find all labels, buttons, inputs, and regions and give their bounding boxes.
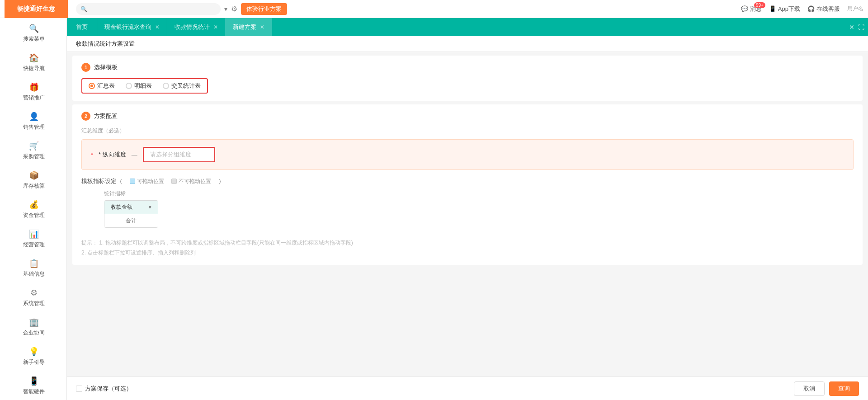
tab-home[interactable]: 首页 bbox=[67, 18, 97, 36]
download-icon: 📱 bbox=[769, 5, 776, 12]
indicators-section: 模板指标设定（ 可拖动位置 不可拖动位置 ） 统计指标 bbox=[81, 177, 854, 229]
tab-new-plan[interactable]: 新建方案 ✕ bbox=[226, 18, 272, 36]
system-icon: ⚙ bbox=[30, 288, 38, 298]
sidebar-item-inventory[interactable]: 📦 库存核算 bbox=[0, 165, 66, 194]
radio-cross[interactable]: 交叉统计表 bbox=[163, 82, 201, 90]
tab-bar: 首页 现金银行流水查询 ✕ 收款情况统计 ✕ 新建方案 ✕ ✕ ⛶ bbox=[67, 18, 868, 36]
step2-circle: 2 bbox=[81, 112, 90, 121]
statistics-label: 统计指标 bbox=[104, 190, 854, 198]
top-bar-right: 💬 消息 99+ 📱 App下载 🎧 在线客服 用户名 bbox=[741, 5, 863, 13]
vertical-dim-label: * 纵向维度 bbox=[99, 151, 126, 159]
sales-icon: 👤 bbox=[29, 112, 39, 122]
tab-receipts-close[interactable]: ✕ bbox=[213, 24, 218, 30]
enterprise-icon: 🏢 bbox=[29, 317, 39, 327]
sidebar-label: 经营管理 bbox=[23, 241, 45, 249]
template-radio-group: 汇总表 明细表 交叉统计表 bbox=[81, 78, 208, 94]
sidebar-label: 资金管理 bbox=[23, 212, 45, 219]
sidebar-item-system[interactable]: ⚙ 系统管理 bbox=[0, 282, 66, 312]
sidebar-label: 库存核算 bbox=[23, 182, 45, 190]
sidebar-item-search-menu[interactable]: 🔍 搜索菜单 bbox=[0, 18, 66, 47]
tab-bar-actions: ✕ ⛶ bbox=[849, 24, 868, 31]
save-label: 方案保存（可选） bbox=[85, 385, 132, 393]
radio-detail[interactable]: 明细表 bbox=[126, 82, 152, 90]
tab-receipts[interactable]: 收款情况统计 ✕ bbox=[167, 18, 226, 36]
tab-cashflow-close[interactable]: ✕ bbox=[155, 24, 160, 30]
tab-close-all-icon[interactable]: ✕ bbox=[849, 24, 854, 31]
sidebar: 🔍 搜索菜单 🏠 快捷导航 🎁 营销推广 👤 销售管理 🛒 采购管理 📦 库存核… bbox=[0, 18, 67, 400]
sidebar-item-purchase[interactable]: 🛒 采购管理 bbox=[0, 136, 66, 165]
indicator-header[interactable]: 收款金额 ▾ bbox=[104, 201, 158, 214]
radio-summary-dot bbox=[89, 83, 95, 89]
message-badge: 99+ bbox=[754, 2, 765, 8]
app-logo: 畅捷通好生意 bbox=[5, 0, 68, 18]
cancel-button[interactable]: 取消 bbox=[794, 381, 825, 396]
template-section: 1 选择模板 汇总表 明细表 交叉统计表 bbox=[72, 56, 863, 101]
gear-icon[interactable]: ⚙ bbox=[231, 5, 237, 13]
tab-expand-icon[interactable]: ⛶ bbox=[858, 24, 864, 31]
save-option: 方案保存（可选） bbox=[76, 385, 132, 393]
plan-config-section: 2 方案配置 汇总维度（必选） * * 纵向维度 — 请选择分组维度 bbox=[72, 104, 863, 265]
sidebar-item-hardware[interactable]: 📱 智能硬件 bbox=[0, 371, 66, 400]
sidebar-item-guide[interactable]: 💡 新手引导 bbox=[0, 341, 66, 371]
step1-circle: 1 bbox=[81, 63, 90, 72]
messages-btn[interactable]: 💬 消息 99+ bbox=[741, 5, 762, 13]
sidebar-item-marketing[interactable]: 🎁 营销推广 bbox=[0, 77, 66, 106]
indicator-total-row: 合计 bbox=[104, 214, 158, 227]
hardware-icon: 📱 bbox=[29, 376, 39, 386]
sidebar-label: 快捷导航 bbox=[23, 65, 45, 72]
page-content: 收款情况统计方案设置 1 选择模板 汇总表 明细表 bbox=[67, 36, 868, 400]
sidebar-item-enterprise[interactable]: 🏢 企业协同 bbox=[0, 312, 66, 341]
guide-icon: 💡 bbox=[29, 347, 39, 357]
basic-info-icon: 📋 bbox=[29, 259, 39, 268]
dimension-select[interactable]: 请选择分组维度 bbox=[143, 147, 215, 162]
support-icon: 🎧 bbox=[807, 5, 815, 12]
vertical-dimension-row: * * 纵向维度 — 请选择分组维度 bbox=[91, 147, 844, 162]
sidebar-label: 企业协同 bbox=[23, 329, 45, 337]
purchase-icon: 🛒 bbox=[29, 141, 39, 151]
sidebar-item-finance[interactable]: 💰 资金管理 bbox=[0, 194, 66, 224]
top-bar: 畅捷通好生意 🔍 ▾ ⚙ 体验行业方案 💬 消息 99+ 📱 App下载 🎧 在… bbox=[0, 0, 868, 18]
step2-title: 方案配置 bbox=[94, 112, 118, 120]
marketing-icon: 🎁 bbox=[29, 82, 39, 92]
step1-title: 选择模板 bbox=[94, 63, 118, 71]
sidebar-item-sales[interactable]: 👤 销售管理 bbox=[0, 106, 66, 136]
sidebar-label: 新手引导 bbox=[23, 358, 45, 366]
non-draggable-dot bbox=[171, 179, 177, 184]
dimension-label: 汇总维度（必选） bbox=[81, 127, 854, 135]
hint-1: 提示： 1. 拖动标题栏可以调整布局，不可跨维度或指标区域拖动栏目字段(只能在同… bbox=[81, 238, 854, 248]
sidebar-item-basic-info[interactable]: 📋 基础信息 bbox=[0, 253, 66, 282]
sidebar-label: 搜索菜单 bbox=[23, 35, 45, 43]
bottom-bar: 方案保存（可选） 取消 查询 bbox=[67, 376, 868, 400]
step1-label: 1 选择模板 bbox=[81, 63, 854, 72]
save-checkbox[interactable] bbox=[76, 386, 82, 392]
content-area: 首页 现金银行流水查询 ✕ 收款情况统计 ✕ 新建方案 ✕ ✕ ⛶ 收 bbox=[67, 18, 868, 400]
operation-icon: 📊 bbox=[29, 229, 39, 239]
user-info[interactable]: 用户名 bbox=[847, 5, 863, 13]
sidebar-label: 系统管理 bbox=[23, 300, 45, 307]
dimension-area: * * 纵向维度 — 请选择分组维度 bbox=[81, 139, 854, 170]
radio-summary[interactable]: 汇总表 bbox=[89, 82, 115, 90]
main-layout: 🔍 搜索菜单 🏠 快捷导航 🎁 营销推广 👤 销售管理 🛒 采购管理 📦 库存核… bbox=[0, 18, 868, 400]
sidebar-item-quick-nav[interactable]: 🏠 快捷导航 bbox=[0, 47, 66, 77]
sidebar-item-operation[interactable]: 📊 经营管理 bbox=[0, 224, 66, 253]
radio-cross-dot bbox=[163, 83, 169, 89]
search-icon: 🔍 bbox=[80, 6, 87, 12]
quick-nav-icon: 🏠 bbox=[29, 53, 39, 63]
tab-new-plan-close[interactable]: ✕ bbox=[260, 24, 264, 30]
sidebar-label: 销售管理 bbox=[23, 123, 45, 131]
industry-btn[interactable]: 体验行业方案 bbox=[241, 3, 287, 15]
page-header: 收款情况统计方案设置 bbox=[67, 36, 868, 52]
support-btn[interactable]: 🎧 在线客服 bbox=[807, 5, 840, 13]
chevron-down-icon[interactable]: ▾ bbox=[149, 204, 151, 210]
download-btn[interactable]: 📱 App下载 bbox=[769, 5, 800, 13]
query-button[interactable]: 查询 bbox=[829, 381, 859, 396]
down-arrow-icon[interactable]: ▾ bbox=[224, 5, 227, 13]
bottom-actions: 取消 查询 bbox=[794, 381, 859, 396]
sidebar-label: 采购管理 bbox=[23, 153, 45, 160]
tab-cashflow[interactable]: 现金银行流水查询 ✕ bbox=[97, 18, 167, 36]
inventory-icon: 📦 bbox=[29, 170, 39, 180]
radio-detail-dot bbox=[126, 83, 132, 89]
breadcrumb: 收款情况统计方案设置 bbox=[76, 40, 135, 47]
draggable-dot bbox=[130, 179, 135, 184]
sidebar-label: 营销推广 bbox=[23, 94, 45, 102]
